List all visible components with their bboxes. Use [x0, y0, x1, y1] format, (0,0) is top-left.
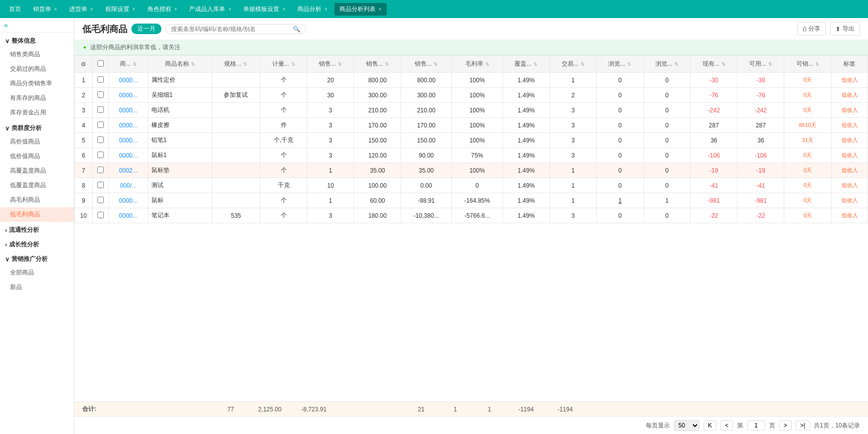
sidebar-group-cluster[interactable]: ∨类群度分析 [0, 120, 74, 134]
th-browse2[interactable]: 浏览...⇅ [643, 56, 690, 73]
page-title: 低毛利商品 [82, 23, 127, 35]
nav-item-sales[interactable]: 销货单 × [28, 3, 62, 16]
sidebar-item-high-margin[interactable]: 高毛利商品 [0, 193, 74, 207]
per-page-select[interactable]: 50 100 200 [674, 420, 700, 431]
row-checkbox[interactable] [97, 167, 104, 173]
notice-bar: ✦ 这部分商品的利润非常低，请关注 [74, 40, 868, 55]
cell-sales-profit: 0.00 [401, 178, 452, 193]
cell-checkbox[interactable] [93, 103, 109, 118]
nav-close-purchase[interactable]: × [90, 7, 93, 12]
sidebar-group-marketing[interactable]: ∨营销推广分析 [0, 251, 74, 265]
cell-checkbox[interactable] [93, 118, 109, 133]
cell-checkbox[interactable] [93, 73, 109, 88]
next-btn[interactable]: > [779, 420, 792, 430]
sidebar-item-high-coverage[interactable]: 高覆盖度商品 [0, 164, 74, 178]
th-sales-profit[interactable]: 销售...⇅ [401, 56, 452, 73]
page-label: 第 [737, 421, 743, 430]
cell-checkbox[interactable] [93, 208, 109, 223]
th-code[interactable]: 商...⇅ [109, 56, 148, 73]
sidebar-item-low-coverage[interactable]: 低覆盖度商品 [0, 178, 74, 193]
row-checkbox[interactable] [97, 91, 104, 98]
cell-checkbox[interactable] [93, 133, 109, 148]
th-current-stock[interactable]: 现有...⇅ [690, 56, 738, 73]
th-checkbox[interactable] [93, 56, 109, 73]
th-gross-margin[interactable]: 毛利率⇅ [452, 56, 503, 73]
cell-sales-qty: 3 [307, 208, 354, 223]
sidebar-item-stocked-products[interactable]: 有库存的商品 [0, 91, 74, 105]
sidebar-group-growth[interactable]: ›成长性分析 [0, 236, 74, 251]
nav-close-product-analysis[interactable]: × [324, 7, 327, 12]
th-sales-qty[interactable]: 销售...⇅ [307, 56, 354, 73]
th-name[interactable]: 商品名称⇅ [148, 56, 212, 73]
prev-page-btn[interactable]: K [704, 420, 717, 430]
cell-tag: 低收入 [831, 103, 868, 118]
th-spec[interactable]: 规格...⇅ [212, 56, 260, 73]
sidebar-group-overall[interactable]: ∨整体信息 [0, 33, 74, 47]
row-checkbox[interactable] [97, 136, 104, 143]
share-button[interactable]: ⎙ 分享 [797, 22, 826, 36]
export-button[interactable]: ⬆ 导出 [830, 22, 860, 36]
sidebar-item-category-sales-rate[interactable]: 商品分类销售率 [0, 76, 74, 91]
table-container[interactable]: ⚙ 商...⇅ 商品名称⇅ 规格...⇅ [74, 55, 868, 401]
row-checkbox[interactable] [97, 182, 104, 188]
th-sellable[interactable]: 可销...⇅ [784, 56, 831, 73]
nav-close-sales[interactable]: × [54, 7, 57, 12]
th-transaction[interactable]: 交易...⇅ [550, 56, 597, 73]
row-checkbox[interactable] [97, 197, 104, 203]
cell-checkbox[interactable] [93, 88, 109, 103]
cell-checkbox[interactable] [93, 193, 109, 208]
cell-browse1: 0 [597, 148, 644, 163]
cell-checkbox[interactable] [93, 148, 109, 163]
cell-checkbox[interactable] [93, 163, 109, 178]
sidebar-collapse-btn[interactable]: « [4, 21, 8, 29]
search-icon[interactable]: 🔍 [293, 26, 300, 33]
nav-item-permissions[interactable]: 权限设置 × [100, 3, 140, 16]
sidebar-item-sales-products[interactable]: 销售类商品 [0, 47, 74, 62]
row-checkbox[interactable] [97, 152, 104, 158]
nav-item-product-entry[interactable]: 产成品入库单 × [184, 3, 236, 16]
cell-spec: 参加复试 [212, 88, 260, 103]
th-browse1[interactable]: 浏览...⇅ [597, 56, 644, 73]
cell-sales-price: 150.00 [354, 133, 401, 148]
th-unit[interactable]: 计量...⇅ [260, 56, 307, 73]
nav-item-analysis-list[interactable]: 商品分析列表 × [334, 3, 387, 16]
footer-total-available: -1194 [548, 406, 583, 413]
nav-item-purchase[interactable]: 进货单 × [64, 3, 98, 16]
cell-unit: 件 [260, 118, 307, 133]
th-sales-price[interactable]: 销售...⇅ [354, 56, 401, 73]
sidebar-item-traded-products[interactable]: 交易过的商品 [0, 62, 74, 76]
sidebar-item-low-margin[interactable]: 低毛利商品 [0, 207, 74, 222]
sidebar-item-inventory-capital[interactable]: 库存资金占用 [0, 105, 74, 120]
sidebar-item-all-products[interactable]: 全部商品 [0, 265, 74, 280]
sidebar-item-new-products[interactable]: 新品 [0, 280, 74, 295]
row-checkbox[interactable] [97, 76, 104, 83]
th-coverage[interactable]: 覆盖...⇅ [503, 56, 550, 73]
nav-item-home[interactable]: 首页 [4, 3, 26, 16]
row-checkbox[interactable] [97, 212, 104, 218]
search-input[interactable] [171, 26, 290, 33]
nav-item-template[interactable]: 单据模板设置 × [238, 3, 290, 16]
page-number-input[interactable] [747, 420, 765, 430]
cell-checkbox[interactable] [93, 178, 109, 193]
th-available[interactable]: 可用...⇅ [737, 56, 784, 73]
nav-close-analysis-list[interactable]: × [379, 7, 382, 12]
nav-close-template[interactable]: × [282, 7, 285, 12]
nav-close-role[interactable]: × [175, 7, 178, 12]
nav-item-product-analysis[interactable]: 商品分析 × [292, 3, 332, 16]
th-tag[interactable]: 标签 [831, 56, 868, 73]
row-checkbox[interactable] [97, 121, 104, 128]
sidebar-group-circulation[interactable]: ›流通性分析 [0, 222, 74, 236]
settings-icon[interactable]: ⚙ [81, 61, 86, 68]
select-all-checkbox[interactable] [97, 60, 104, 67]
nav-item-role[interactable]: 角色授权 × [142, 3, 183, 16]
date-filter-button[interactable]: 近一月 [131, 24, 161, 34]
sidebar-item-low-value[interactable]: 低价值商品 [0, 149, 74, 164]
prev-btn[interactable]: < [721, 420, 733, 430]
sidebar-item-high-value[interactable]: 高价值商品 [0, 134, 74, 149]
nav-close-product-entry[interactable]: × [228, 7, 231, 12]
row-checkbox[interactable] [97, 106, 104, 113]
cell-browse1[interactable]: 1 [597, 193, 644, 208]
th-settings[interactable]: ⚙ [75, 56, 93, 73]
last-page-btn[interactable]: >| [796, 420, 810, 430]
nav-close-permissions[interactable]: × [132, 7, 135, 12]
